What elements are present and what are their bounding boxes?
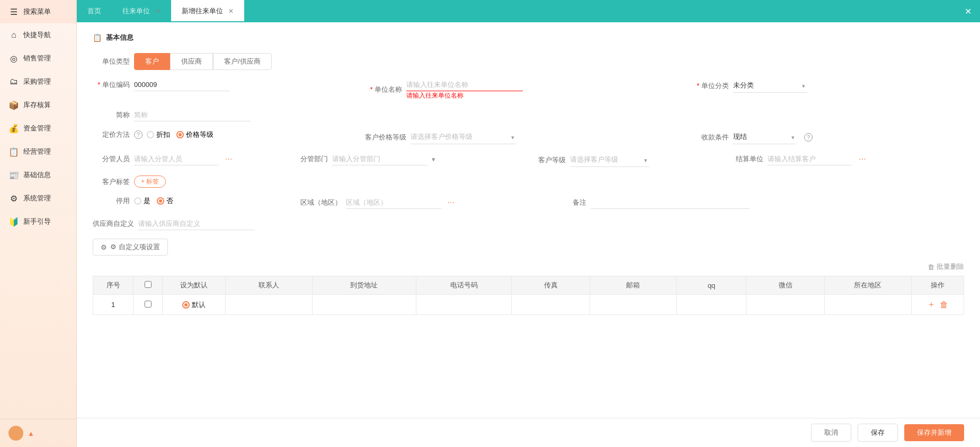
pricing-discount-option[interactable]: 折扣 xyxy=(147,130,170,139)
row-add-button[interactable]: ＋ xyxy=(927,299,936,310)
short-name-row: 简称 xyxy=(93,109,964,121)
row-checkbox[interactable] xyxy=(145,301,152,308)
disabled-no-radio[interactable] xyxy=(157,197,164,205)
customer-tag-label: 客户标签 xyxy=(93,177,130,187)
row-default-cell: 默认 xyxy=(163,295,225,315)
disabled-yes-option[interactable]: 是 xyxy=(134,196,150,206)
col-checkbox xyxy=(133,276,163,295)
tab-new-partner-close[interactable]: ✕ xyxy=(228,7,234,15)
disabled-yes-radio[interactable] xyxy=(134,197,141,205)
row-contact[interactable] xyxy=(225,295,312,315)
row-qq[interactable] xyxy=(676,295,746,315)
unit-type-supplier-btn[interactable]: 供应商 xyxy=(170,53,213,70)
supplier-custom-row: 供应商自定义 xyxy=(93,217,964,230)
department-input[interactable] xyxy=(332,153,427,165)
row-qq-input[interactable] xyxy=(696,301,727,309)
row-address[interactable] xyxy=(312,295,416,315)
sidebar-item-operations[interactable]: 📋 经营管理 xyxy=(0,140,76,163)
custom-settings-button[interactable]: ⚙ ⚙ 自定义项设置 xyxy=(93,239,168,256)
manager-input[interactable] xyxy=(134,153,219,165)
row-default-radio-item[interactable]: 默认 xyxy=(182,300,206,310)
payment-terms-field: 收款条件 现结 ? xyxy=(692,130,964,144)
row-contact-input[interactable] xyxy=(247,301,290,309)
bottom-bar: 取消 保存 保存并新增 xyxy=(77,418,980,447)
row-region-input[interactable] xyxy=(847,301,889,309)
disabled-no-option[interactable]: 否 xyxy=(157,196,173,206)
sidebar-item-purchase[interactable]: 🗂 采购管理 xyxy=(0,70,76,93)
row-default-radio[interactable] xyxy=(182,301,190,309)
row-wechat[interactable] xyxy=(746,295,825,315)
pricing-discount-radio[interactable] xyxy=(147,131,154,138)
sales-icon: ◎ xyxy=(8,53,19,64)
tab-home[interactable]: 首页 xyxy=(77,0,112,22)
select-all-checkbox[interactable] xyxy=(145,281,152,288)
row-phone-input[interactable] xyxy=(440,301,488,309)
manager-field: 分管人员 ··· xyxy=(93,153,291,165)
tab-new-partner[interactable]: 新增往来单位 ✕ xyxy=(171,0,244,22)
disabled-region-row: 停用 是 否 区域（地区） ··· 备注 xyxy=(93,196,964,209)
unit-name-error: 请输入往来单位名称 xyxy=(406,91,523,100)
pricing-level-option[interactable]: 价格等级 xyxy=(176,130,213,139)
cancel-button[interactable]: 取消 xyxy=(811,424,851,442)
settlement-more-btn[interactable]: ··· xyxy=(857,154,868,164)
short-name-input[interactable] xyxy=(134,109,251,121)
row-wechat-input[interactable] xyxy=(767,301,804,309)
tab-partners-close[interactable]: ✕ xyxy=(155,7,161,15)
guide-icon: 🔰 xyxy=(8,216,19,227)
row-region[interactable] xyxy=(825,295,912,315)
save-button[interactable]: 保存 xyxy=(858,424,898,442)
pricing-radio-group: 折扣 价格等级 xyxy=(147,130,213,139)
row-delete-button[interactable]: 🗑 xyxy=(940,299,948,310)
payment-terms-select[interactable]: 现结 xyxy=(733,130,797,144)
col-action: 操作 xyxy=(911,276,964,295)
batch-delete-label[interactable]: 批量删除 xyxy=(937,262,964,271)
remark-input[interactable] xyxy=(591,196,750,209)
inventory-icon: 📦 xyxy=(8,100,19,110)
unit-code-input[interactable] xyxy=(134,78,229,91)
sidebar-item-sales[interactable]: ◎ 销售管理 xyxy=(0,47,76,70)
col-email: 邮箱 xyxy=(590,276,676,295)
sidebar-label-quicknav: 快捷导航 xyxy=(23,30,51,40)
save-new-button[interactable]: 保存并新增 xyxy=(904,424,964,441)
unit-name-field: 单位名称 请输入往来单位名称 xyxy=(365,78,692,100)
window-close-button[interactable]: ✕ xyxy=(956,0,980,22)
region-input[interactable] xyxy=(346,196,441,209)
sidebar-item-finance[interactable]: 💰 资金管理 xyxy=(0,117,76,140)
tab-partners[interactable]: 往来单位 ✕ xyxy=(112,0,171,22)
row-phone[interactable] xyxy=(416,295,512,315)
section-title: 基本信息 xyxy=(106,33,133,42)
pricing-help-icon[interactable]: ? xyxy=(134,130,142,139)
table-header-row: 序号 设为默认 联系人 到货地址 电话号码 传真 邮箱 qq 微信 所在地区 操… xyxy=(93,276,964,295)
row-email[interactable] xyxy=(590,295,676,315)
sidebar-item-quicknav[interactable]: ⌂ 快捷导航 xyxy=(0,23,76,47)
customer-level-select[interactable]: 请选择客户等级 xyxy=(570,153,649,167)
pricing-level-label: 价格等级 xyxy=(186,130,213,139)
row-email-input[interactable] xyxy=(612,301,654,309)
row-fax[interactable] xyxy=(512,295,590,315)
add-tag-button[interactable]: + 标签 xyxy=(134,176,166,188)
unit-type-customer-btn[interactable]: 客户 xyxy=(134,53,170,70)
payment-terms-help-icon[interactable]: ? xyxy=(804,133,813,142)
region-field: 区域（地区） ··· xyxy=(300,196,549,209)
sidebar-item-system[interactable]: ⚙ 系统管理 xyxy=(0,187,76,210)
remark-label: 备注 xyxy=(549,198,586,207)
supplier-custom-input[interactable] xyxy=(138,217,255,230)
region-more-btn[interactable]: ··· xyxy=(446,198,457,207)
customer-price-level-select[interactable]: 请选择客户价格等级 xyxy=(411,130,516,144)
col-index: 序号 xyxy=(93,276,133,295)
unit-category-select[interactable]: 未分类 xyxy=(733,78,807,93)
unit-name-input[interactable] xyxy=(406,78,523,91)
sidebar-item-search[interactable]: ☰ 搜索菜单 xyxy=(0,0,76,23)
pricing-level-radio[interactable] xyxy=(176,131,184,138)
department-dropdown-icon[interactable]: ▾ xyxy=(432,155,435,163)
manager-more-btn[interactable]: ··· xyxy=(223,154,234,164)
row-fax-input[interactable] xyxy=(532,301,569,309)
sidebar-item-inventory[interactable]: 📦 库存核算 xyxy=(0,93,76,117)
settlement-unit-input[interactable] xyxy=(768,153,852,165)
disabled-yes-label: 是 xyxy=(144,196,150,206)
row-address-input[interactable] xyxy=(337,301,390,309)
customer-price-level-field: 客户价格等级 请选择客户价格等级 xyxy=(365,130,692,144)
sidebar-item-guide[interactable]: 🔰 新手引导 xyxy=(0,210,76,233)
unit-type-both-btn[interactable]: 客户/供应商 xyxy=(213,53,272,70)
sidebar-item-basic[interactable]: 📰 基础信息 xyxy=(0,163,76,187)
